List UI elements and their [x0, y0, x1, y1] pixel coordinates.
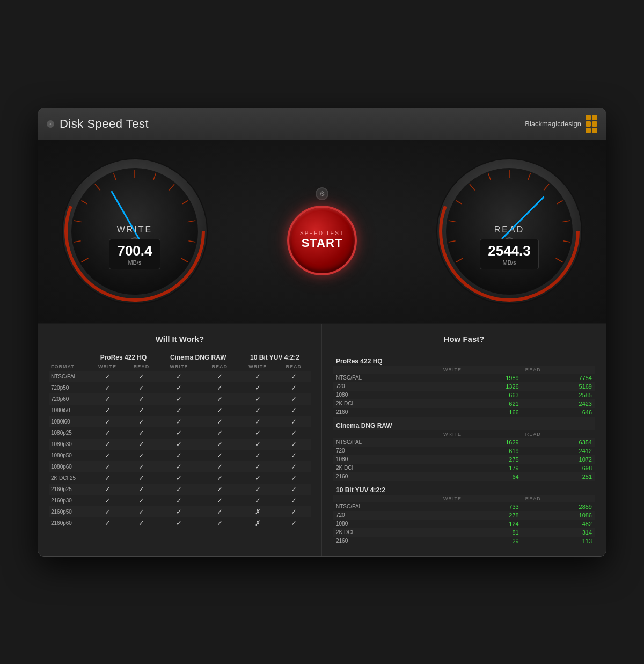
row-label: 2160 [333, 472, 440, 481]
close-button[interactable]: × [47, 120, 54, 128]
write-value-cell: 29 [440, 537, 522, 545]
check-cell: ✓ [239, 450, 277, 461]
table-row: 1080i50 ✓✓ ✓✓ ✓✓ [49, 405, 311, 416]
row-label: 2K DCI [333, 528, 440, 537]
check-cell: ✓ [239, 405, 277, 416]
start-button[interactable]: SPEED TEST START [287, 206, 357, 275]
row-label: NTSC/PAL [333, 502, 440, 511]
format-cell: 2160p30 [49, 495, 89, 506]
table-row: 1080p25 ✓✓ ✓✓ ✓✓ [49, 427, 311, 439]
check-cell: ✓ [158, 450, 201, 461]
read-gauge: READ 2544.3 MB/s [434, 156, 584, 307]
data-row: NTSC/PAL 733 2859 [333, 502, 595, 511]
check-cell: ✓ [89, 393, 125, 405]
read-value-cell: 113 [522, 537, 595, 545]
gauge-section: WRITE 700.4 MB/s ⚙ SPEED TEST START [38, 140, 606, 324]
check-cell: ✓ [201, 484, 239, 495]
label-col-header [333, 495, 440, 502]
table-row: 1080p50 ✓✓ ✓✓ ✓✓ [49, 450, 311, 461]
check-cell: ✓ [277, 461, 311, 472]
cdng-read-header: READ [201, 362, 239, 371]
check-cell: ✗ [239, 506, 277, 517]
row-label: 720 [333, 447, 440, 455]
format-sub-header: FORMAT [49, 362, 89, 371]
check-cell: ✓ [201, 450, 239, 461]
format-cell: NTSC/PAL [49, 371, 89, 382]
group-row: Cinema DNG RAW [333, 417, 595, 430]
check-cell: ✓ [201, 517, 239, 529]
table-row: 1080p30 ✓✓ ✓✓ ✓✓ [49, 439, 311, 450]
check-cell: ✓ [89, 416, 125, 427]
check-cell: ✓ [277, 495, 311, 506]
write-value-cell: 179 [440, 464, 522, 472]
prores-write-header: WRITE [89, 362, 125, 371]
prores-group-header: ProRes 422 HQ [89, 352, 157, 362]
check-cell: ✓ [89, 439, 125, 450]
will-it-work-table: ProRes 422 HQ Cinema DNG RAW 10 Bit YUV … [49, 352, 311, 529]
group-name: Cinema DNG RAW [333, 417, 595, 430]
read-value-cell: 2412 [522, 447, 595, 455]
write-value-cell: 663 [440, 391, 522, 399]
check-cell: ✓ [158, 517, 201, 529]
read-value-cell: 482 [522, 520, 595, 528]
write-col-header: WRITE [440, 430, 522, 438]
check-cell: ✓ [277, 427, 311, 439]
write-value-cell: 81 [440, 528, 522, 537]
check-cell: ✓ [239, 382, 277, 393]
read-value-cell: 2585 [522, 391, 595, 399]
format-cell: 1080p60 [49, 461, 89, 472]
read-value-cell: 698 [522, 464, 595, 472]
check-cell: ✓ [239, 371, 277, 382]
brand-dot [586, 115, 591, 120]
data-row: 2K DCI 179 698 [333, 464, 595, 472]
label-col-header [333, 366, 440, 374]
row-label: 2160 [333, 537, 440, 545]
check-cell: ✓ [201, 371, 239, 382]
check-cell: ✓ [239, 472, 277, 484]
check-cell: ✓ [277, 439, 311, 450]
read-gauge-wrapper: READ 2544.3 MB/s [434, 156, 584, 307]
check-cell: ✓ [126, 382, 158, 393]
read-value-cell: 2859 [522, 502, 595, 511]
write-value-cell: 1989 [440, 374, 522, 382]
read-value-box: 2544.3 MB/s [480, 239, 539, 269]
table-row: 720p60 ✓✓ ✓✓ ✓✓ [49, 393, 311, 405]
check-cell: ✓ [126, 506, 158, 517]
data-row: NTSC/PAL 1629 6354 [333, 438, 595, 447]
format-cell: 720p60 [49, 393, 89, 405]
format-cell: 1080p25 [49, 427, 89, 439]
data-row: 2160 29 113 [333, 537, 595, 545]
brand-grid-icon [586, 115, 597, 133]
read-value-cell: 646 [522, 408, 595, 417]
read-value: 2544.3 [488, 243, 531, 259]
check-cell: ✓ [89, 405, 125, 416]
start-label-line1: SPEED TEST [300, 230, 344, 236]
brand-dot [592, 121, 597, 127]
row-label: 1080 [333, 455, 440, 464]
row-label: 720 [333, 382, 440, 391]
read-value-cell: 6354 [522, 438, 595, 447]
check-cell: ✓ [126, 393, 158, 405]
title-bar: × Disk Speed Test Blackmagicdesign [38, 108, 606, 140]
group-name: ProRes 422 HQ [333, 352, 595, 366]
row-label: NTSC/PAL [333, 438, 440, 447]
format-cell: 1080i60 [49, 416, 89, 427]
check-cell: ✓ [239, 439, 277, 450]
write-value-cell: 619 [440, 447, 522, 455]
table-row: 2160p60 ✓✓ ✓✓ ✗✓ [49, 517, 311, 529]
settings-icon[interactable]: ⚙ [316, 187, 328, 200]
format-cell: 2160p50 [49, 506, 89, 517]
table-row: 1080p60 ✓✓ ✓✓ ✓✓ [49, 461, 311, 472]
row-label: 2K DCI [333, 464, 440, 472]
sub-header-row: WRITEREAD [333, 495, 595, 502]
title-bar-left: × Disk Speed Test [47, 117, 149, 131]
check-cell: ✓ [158, 382, 201, 393]
read-value-cell: 314 [522, 528, 595, 537]
check-cell: ✓ [277, 393, 311, 405]
check-cell: ✓ [277, 450, 311, 461]
check-cell: ✓ [158, 427, 201, 439]
write-value-cell: 733 [440, 502, 522, 511]
check-cell: ✓ [89, 382, 125, 393]
check-cell: ✓ [201, 427, 239, 439]
check-cell: ✓ [158, 472, 201, 484]
